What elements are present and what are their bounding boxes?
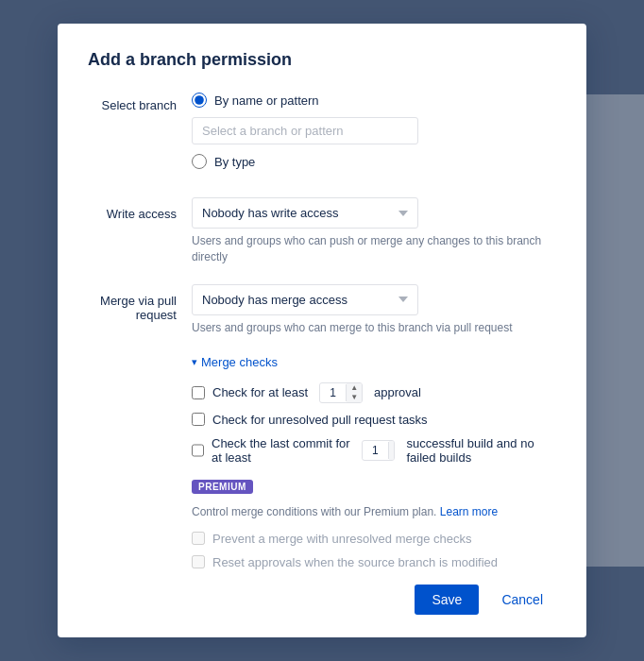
check-approval-unit[interactable]: approval xyxy=(374,385,421,399)
merge-access-select[interactable]: Nobody has merge access xyxy=(192,284,418,315)
approval-stepper[interactable]: 1 ▲ ▼ xyxy=(319,382,363,403)
disabled-check1-label: Prevent a merge with unresolved merge ch… xyxy=(212,532,472,546)
merge-access-content: Nobody has merge access Users and groups… xyxy=(192,284,556,336)
radio-by-name-option[interactable]: By name or pattern xyxy=(192,93,556,108)
disabled-check2-label: Reset approvals when the source branch i… xyxy=(212,555,498,569)
write-access-content: Nobody has write access Users and groups… xyxy=(192,197,556,265)
write-access-row: Write access Nobody has write access Use… xyxy=(88,197,556,265)
select-branch-content: By name or pattern By type xyxy=(192,93,556,178)
approval-stepper-value: 1 xyxy=(320,384,347,401)
modal-title: Add a branch permission xyxy=(88,50,556,70)
write-access-hint: Users and groups who can push or merge a… xyxy=(192,233,556,265)
radio-by-type-option[interactable]: By type xyxy=(192,154,556,169)
branch-pattern-input[interactable] xyxy=(192,117,418,144)
checks-section: Check for at least 1 ▲ ▼ approval Check … xyxy=(192,382,556,569)
approval-stepper-up[interactable]: ▲ xyxy=(347,383,362,393)
disabled-check1-checkbox xyxy=(192,532,205,545)
merge-access-row: Merge via pull request Nobody has merge … xyxy=(88,284,556,336)
radio-by-type-input[interactable] xyxy=(192,154,207,169)
premium-description: Control merge conditions with our Premiu… xyxy=(192,505,436,518)
check-build-checkbox[interactable] xyxy=(192,444,204,457)
modal-footer: Save Cancel xyxy=(88,585,556,615)
build-stepper-value: 1 xyxy=(363,442,389,459)
check-approval-prefix[interactable]: Check for at least xyxy=(212,385,308,399)
radio-by-name-input[interactable] xyxy=(192,93,207,108)
disabled-check2-checkbox xyxy=(192,555,205,568)
modal-overlay: Add a branch permission Select branch By… xyxy=(0,0,644,661)
premium-section: PREMIUM xyxy=(192,478,556,500)
build-stepper-down[interactable]: ▼ xyxy=(389,450,396,460)
check-build-prefix[interactable]: Check the last commit for at least xyxy=(212,436,350,465)
premium-text: Control merge conditions with our Premiu… xyxy=(192,505,556,518)
write-access-select[interactable]: Nobody has write access xyxy=(192,197,418,229)
check-unresolved-label[interactable]: Check for unresolved pull request tasks xyxy=(212,413,428,427)
build-stepper-up[interactable]: ▲ xyxy=(389,441,396,450)
check-approval-checkbox[interactable] xyxy=(192,386,205,399)
check-approval-item: Check for at least 1 ▲ ▼ approval xyxy=(192,382,556,403)
build-stepper[interactable]: 1 ▲ ▼ xyxy=(362,440,396,461)
approval-stepper-btns: ▲ ▼ xyxy=(347,383,362,402)
disabled-check2-item: Reset approvals when the source branch i… xyxy=(192,555,556,569)
write-access-label: Write access xyxy=(88,197,192,221)
radio-by-name-label[interactable]: By name or pattern xyxy=(214,93,319,108)
premium-badge: PREMIUM xyxy=(192,480,253,494)
select-branch-label: Select branch xyxy=(88,93,192,112)
select-branch-row: Select branch By name or pattern By type xyxy=(88,93,556,178)
approval-stepper-down[interactable]: ▼ xyxy=(347,393,362,402)
save-button[interactable]: Save xyxy=(415,585,479,615)
cancel-button[interactable]: Cancel xyxy=(488,585,556,615)
radio-by-type-label[interactable]: By type xyxy=(214,155,255,169)
build-stepper-btns: ▲ ▼ xyxy=(389,441,396,460)
disabled-check1-item: Prevent a merge with unresolved merge ch… xyxy=(192,532,556,546)
modal-dialog: Add a branch permission Select branch By… xyxy=(58,24,586,636)
merge-checks-label: Merge checks xyxy=(201,355,278,369)
check-unresolved-item: Check for unresolved pull request tasks xyxy=(192,413,556,427)
check-build-suffix[interactable]: successful build and no failed builds xyxy=(406,436,556,465)
merge-checks-toggle[interactable]: ▾ Merge checks xyxy=(192,355,556,369)
check-unresolved-checkbox[interactable] xyxy=(192,413,205,426)
merge-access-label: Merge via pull request xyxy=(88,284,192,322)
check-build-item: Check the last commit for at least 1 ▲ ▼… xyxy=(192,436,556,465)
premium-learn-link[interactable]: Learn more xyxy=(440,505,498,518)
chevron-down-icon: ▾ xyxy=(192,356,197,368)
merge-access-hint: Users and groups who can merge to this b… xyxy=(192,320,556,336)
